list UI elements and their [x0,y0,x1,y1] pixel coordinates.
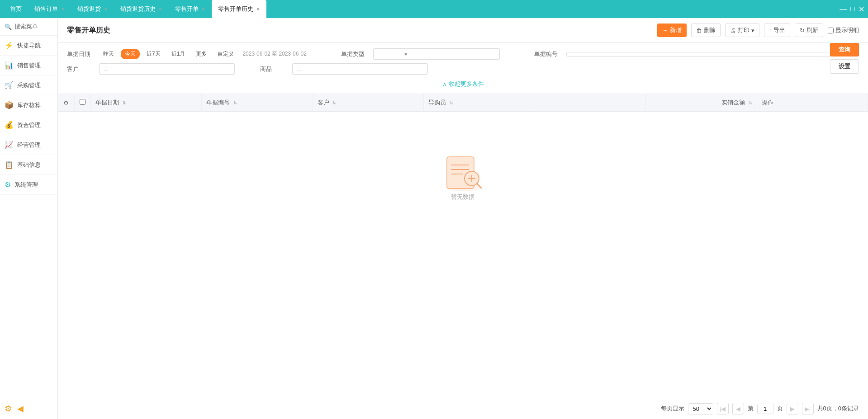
maximize-button[interactable]: □ [850,5,855,13]
filter-settings-button[interactable]: 设置 [830,59,859,74]
refresh-button[interactable]: ↻ 刷新 [795,24,823,37]
sidebar-item-business[interactable]: 📈 经营管理 [0,135,57,155]
data-table: ⚙ 单据日期 ⇅ 单据编号 ⇅ [58,94,868,237]
collapse-filter-button[interactable]: ∧ 收起更多条件 [442,80,484,88]
sidebar-item-label: 销售管理 [17,61,41,70]
close-tab-sales-return[interactable]: ✕ [104,6,108,12]
product-label: 商品 [260,65,285,73]
print-button[interactable]: 🖨 打印 ▾ [725,24,759,37]
th-checkbox[interactable] [74,94,90,112]
th-salesperson[interactable]: 导购员 ⇅ [424,94,535,112]
last-page-button[interactable]: ▶| [802,403,814,414]
close-tab-retail-order[interactable]: ✕ [201,6,205,12]
export-button[interactable]: ↑ 导出 [764,24,791,37]
empty-illustration [438,148,488,193]
th-no[interactable]: 单据编号 ⇅ [202,94,313,112]
delete-button[interactable]: 🗑 删除 [691,24,721,37]
order-no-label: 单据编号 [534,50,559,58]
pagination: 每页显示 50 20 100 |◀ ◀ 第 页 ▶ ▶| 共0页，0条记录 [58,398,868,419]
order-no-input[interactable] [566,52,859,56]
table-header-row: ⚙ 单据日期 ⇅ 单据编号 ⇅ [58,94,868,112]
tab-sales-order[interactable]: 销售订单 ✕ [28,0,71,18]
filter-row-1: 单据日期 昨天 今天 近7天 近1月 更多 自定义 2023-06-02 至 2… [67,48,859,60]
query-button[interactable]: 查询 [830,43,859,56]
tab-retail-order[interactable]: 零售开单 ✕ [169,0,212,18]
close-tab-retail-order-history[interactable]: ✕ [256,6,260,12]
close-tab-sales-return-history[interactable]: ✕ [158,6,162,12]
sort-no-icon: ⇅ [233,100,237,105]
tab-home[interactable]: + 新增 首页 [4,0,28,18]
th-customer[interactable]: 客户 ⇅ [313,94,424,112]
filter-row-2: 客户 ... 商品 ... [67,63,859,75]
prev-page-button[interactable]: ◀ [732,403,744,414]
date-btn-7days[interactable]: 近7天 [142,49,165,59]
display-detail-toggle[interactable]: 显示明细 [828,26,859,34]
minimize-button[interactable]: — [840,5,847,13]
date-btn-yesterday[interactable]: 昨天 [99,49,118,59]
export-icon: ↑ [769,27,772,34]
sidebar-item-quick-nav[interactable]: ⚡ 快捷导航 [0,36,57,56]
sort-customer-icon: ⇅ [332,100,336,105]
product-input[interactable]: ... [292,63,428,75]
th-spacer [535,94,646,112]
date-btn-1month[interactable]: 近1月 [167,49,190,59]
customer-label: 客户 [67,65,92,73]
sort-amount-icon: ⇅ [749,100,752,105]
refresh-icon: ↻ [800,27,805,34]
search-icon: 🔍 [5,24,12,30]
tab-sales-return[interactable]: 销货退货 ✕ [71,0,114,18]
settings-icon: ⚙ [63,99,69,106]
sidebar-item-system[interactable]: ⚙ 系统管理 [0,175,57,195]
date-label: 单据日期 [67,50,92,58]
total-label: 共0页，0条记录 [817,405,859,413]
empty-state: 暂无数据 [58,112,868,237]
tab-retail-order-history[interactable]: 零售开单历史 ✕ [212,0,266,18]
date-range-display: 2023-06-02 至 2023-06-02 [242,50,306,58]
table-body: 暂无数据 [58,112,868,238]
sales-icon: 📊 [5,61,14,70]
sidebar-item-purchase[interactable]: 🛒 采购管理 [0,75,57,95]
page-header: 零售开单历史 ＋ 新增 🗑 删除 🖨 打印 ▾ ↑ 导出 [58,18,868,43]
order-type-select[interactable]: ▾ [373,48,500,60]
date-btn-custom[interactable]: 自定义 [213,49,238,59]
date-btn-more[interactable]: 更多 [192,49,211,59]
filter-area: 单据日期 昨天 今天 近7天 近1月 更多 自定义 2023-06-02 至 2… [58,43,868,94]
th-settings[interactable]: ⚙ [58,94,74,112]
purchase-icon: 🛒 [5,81,14,89]
sidebar-item-basic-info[interactable]: 📋 基础信息 [0,155,57,175]
display-detail-checkbox[interactable] [828,28,834,33]
sidebar-item-label: 快捷导航 [17,42,41,50]
customer-placeholder: ... [103,66,108,72]
first-page-button[interactable]: |◀ [717,403,729,414]
add-button[interactable]: ＋ 新增 [657,24,687,37]
sidebar: 🔍 搜索菜单 ⚡ 快捷导航 📊 销售管理 🛒 采购管理 📦 库存核算 💰 资金管… [0,18,58,419]
top-tab-bar: + 新增 首页 销售订单 ✕ 销货退货 ✕ 销货退货历史 ✕ 零售开单 ✕ 零售… [0,0,868,18]
page-prefix-label: 第 [748,405,754,413]
page-number-input[interactable] [757,404,773,414]
collapse-label: 收起更多条件 [449,80,484,88]
date-btn-today[interactable]: 今天 [121,49,140,59]
collapse-icon: ∧ [442,81,447,88]
close-tab-sales-order[interactable]: ✕ [61,6,65,12]
sidebar-item-inventory[interactable]: 📦 库存核算 [0,95,57,115]
sidebar-search[interactable]: 🔍 搜索菜单 [0,18,57,36]
th-action: 操作 [757,94,868,112]
settings-button[interactable]: ⚙ [5,404,12,414]
content-area: 零售开单历史 ＋ 新增 🗑 删除 🖨 打印 ▾ ↑ 导出 [58,18,868,419]
close-window-button[interactable]: ✕ [859,5,864,14]
th-amount[interactable]: 实销金额 ⇅ [646,94,757,112]
page-suffix-label: 页 [777,405,783,413]
empty-text: 暂无数据 [451,193,474,201]
th-date[interactable]: 单据日期 ⇅ [90,94,202,112]
sidebar-item-sales[interactable]: 📊 销售管理 [0,56,57,75]
product-placeholder: ... [296,66,301,72]
per-page-select[interactable]: 50 20 100 [688,403,713,414]
sidebar-bottom: ⚙ ◀ [0,398,57,419]
next-page-button[interactable]: ▶ [787,403,798,414]
customer-input[interactable]: ... [99,63,235,75]
tab-sales-return-history[interactable]: 销货退货历史 ✕ [114,0,169,18]
sidebar-item-finance[interactable]: 💰 资金管理 [0,115,57,135]
select-all-checkbox[interactable] [80,99,85,105]
collapse-sidebar-button[interactable]: ◀ [17,404,24,414]
print-label: 打印 [738,26,749,34]
